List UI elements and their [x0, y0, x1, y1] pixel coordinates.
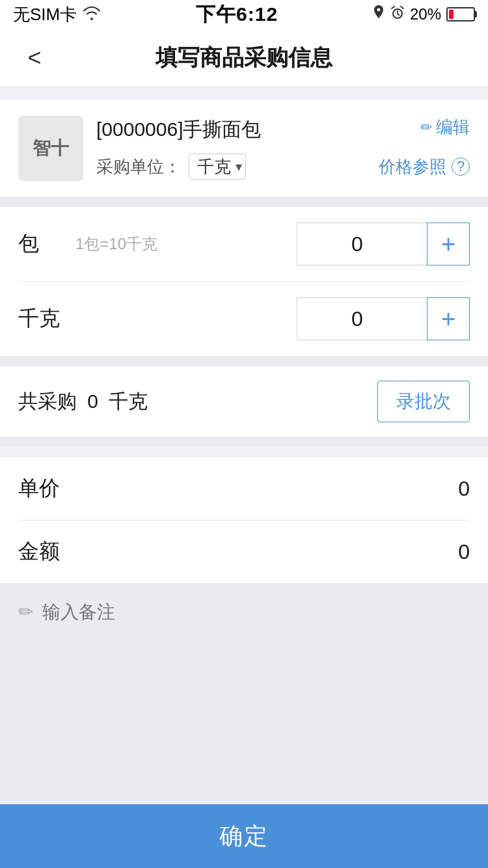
page-title: 填写商品采购信息	[156, 43, 332, 73]
edit-icon: ✏	[420, 119, 432, 136]
quantity-section: 包 1包=10千克 + 千克 +	[0, 207, 488, 356]
batch-button[interactable]: 录批次	[377, 381, 470, 422]
price-label-unit: 单价	[18, 474, 60, 503]
confirm-button[interactable]: 确定	[0, 804, 488, 868]
quantity-sublabel-bao: 1包=10千克	[75, 234, 157, 254]
divider-3	[0, 437, 488, 447]
location-icon	[372, 5, 385, 23]
price-label-amount: 金额	[18, 537, 60, 566]
total-prefix: 共采购	[18, 390, 77, 412]
price-row-amount: 金额 0	[0, 521, 488, 583]
unit-label-text: 采购单位：	[96, 156, 181, 178]
quantity-input-group-bao: +	[297, 223, 470, 265]
quantity-row-bao: 包 1包=10千克 +	[0, 207, 488, 281]
quantity-input-kg[interactable]	[297, 297, 427, 340]
battery-percent: 20%	[410, 5, 441, 23]
price-ref-link[interactable]: 价格参照 ?	[379, 156, 470, 178]
price-value-amount: 0	[458, 540, 470, 564]
unit-select[interactable]: 千克 包	[189, 154, 246, 180]
total-value: 0	[87, 390, 98, 412]
wifi-icon	[82, 5, 102, 25]
product-card: 智十 [0000006]手撕面包 采购单位： 千克 包 价格参照 ? ✏	[0, 100, 488, 197]
quantity-plus-kg[interactable]: +	[427, 297, 470, 340]
divider-2	[0, 356, 488, 366]
edit-label: 编辑	[436, 116, 470, 139]
price-row-unit: 单价 0	[0, 457, 488, 520]
status-carrier: 无SIM卡	[13, 3, 102, 26]
pencil-icon: ✏	[18, 601, 33, 623]
quantity-label-bao: 包	[18, 230, 70, 258]
price-ref-label: 价格参照	[379, 156, 446, 178]
battery-icon	[446, 7, 475, 21]
total-unit: 千克	[109, 390, 148, 412]
quantity-row-kg: 千克 +	[0, 282, 488, 356]
price-section: 单价 0 金额 0	[0, 457, 488, 583]
price-value-unit: 0	[458, 477, 470, 501]
quantity-label-kg: 千克	[18, 305, 70, 333]
remarks-section: ✏	[0, 583, 488, 641]
remarks-input[interactable]	[42, 602, 470, 623]
unit-select-wrapper[interactable]: 千克 包	[189, 154, 246, 180]
help-icon: ?	[452, 157, 470, 176]
product-info: [0000006]手撕面包 采购单位： 千克 包 价格参照 ?	[96, 116, 470, 180]
edit-link[interactable]: ✏ 编辑	[420, 116, 470, 139]
quantity-plus-bao[interactable]: +	[427, 223, 470, 265]
divider-1	[0, 197, 488, 207]
total-row: 共采购 0 千克 录批次	[0, 366, 488, 437]
alarm-icon	[390, 5, 405, 23]
status-bar: 无SIM卡 下午6:12 20%	[0, 0, 488, 29]
status-time: 下午6:12	[196, 1, 278, 28]
logo-text: 智十	[33, 137, 69, 159]
status-right: 20%	[372, 5, 475, 23]
quantity-input-group-kg: +	[297, 297, 470, 340]
quantity-input-bao[interactable]	[297, 223, 427, 265]
back-button[interactable]: <	[18, 42, 51, 74]
product-logo: 智十	[18, 116, 83, 181]
nav-bar: < 填写商品采购信息	[0, 29, 488, 87]
carrier-text: 无SIM卡	[13, 3, 77, 26]
total-text: 共采购 0 千克	[18, 388, 148, 415]
product-name: [0000006]手撕面包	[96, 116, 470, 143]
